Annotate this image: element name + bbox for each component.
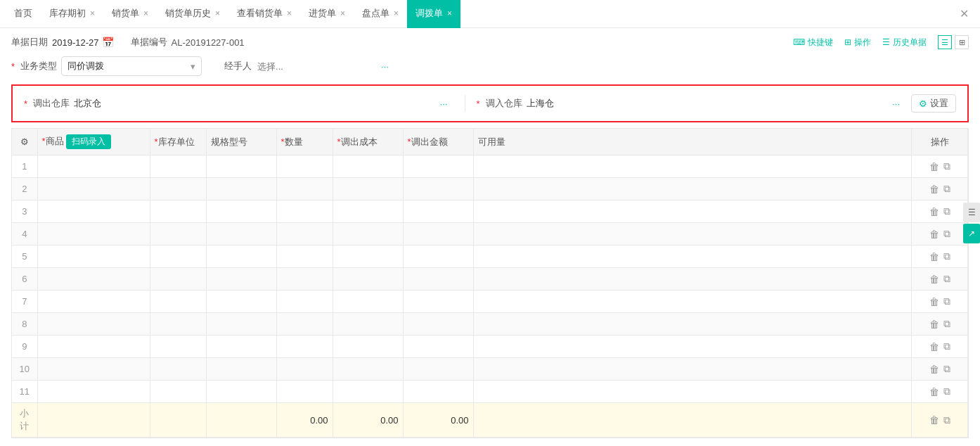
copy-icon[interactable]: ⧉ bbox=[943, 340, 950, 352]
handler-more-button[interactable]: ··· bbox=[381, 61, 389, 72]
cost-cell[interactable] bbox=[333, 336, 403, 358]
unit-cell[interactable] bbox=[150, 200, 206, 223]
product-cell[interactable] bbox=[37, 336, 150, 358]
unit-cell[interactable] bbox=[150, 178, 206, 200]
available-cell[interactable] bbox=[473, 223, 912, 246]
settings-button[interactable]: ⚙ 设置 bbox=[911, 94, 956, 113]
spec-cell[interactable] bbox=[206, 223, 276, 246]
available-cell[interactable] bbox=[473, 336, 912, 358]
operation-button[interactable]: ⊞ 操作 bbox=[844, 37, 871, 49]
doc-date-input[interactable]: 2019-12-27 📅 bbox=[52, 37, 114, 48]
float-export-button[interactable]: ↗ bbox=[963, 224, 980, 243]
cost-cell[interactable] bbox=[333, 291, 403, 313]
spec-cell[interactable] bbox=[206, 358, 276, 381]
product-cell[interactable] bbox=[37, 246, 150, 268]
delete-icon[interactable]: 🗑 bbox=[929, 161, 939, 172]
copy-icon[interactable]: ⧉ bbox=[943, 228, 950, 240]
delete-icon[interactable]: 🗑 bbox=[929, 341, 939, 352]
qty-cell[interactable] bbox=[276, 291, 333, 313]
qty-cell[interactable] bbox=[276, 381, 333, 403]
amount-cell[interactable] bbox=[403, 223, 473, 246]
scan-button[interactable]: 扫码录入 bbox=[66, 134, 111, 149]
qty-cell[interactable] bbox=[276, 155, 333, 178]
tab-inventory-init[interactable]: 库存期初 × bbox=[41, 0, 103, 28]
col-settings[interactable]: ⚙ bbox=[12, 129, 37, 155]
product-cell[interactable] bbox=[37, 178, 150, 200]
available-cell[interactable] bbox=[473, 313, 912, 336]
product-cell[interactable] bbox=[37, 155, 150, 178]
copy-icon[interactable]: ⧉ bbox=[943, 205, 950, 217]
unit-cell[interactable] bbox=[150, 246, 206, 268]
delete-icon[interactable]: 🗑 bbox=[929, 364, 939, 375]
copy-icon[interactable]: ⧉ bbox=[943, 318, 950, 330]
amount-cell[interactable] bbox=[403, 268, 473, 291]
delete-icon[interactable]: 🗑 bbox=[929, 251, 939, 262]
amount-cell[interactable] bbox=[403, 200, 473, 223]
product-cell[interactable] bbox=[37, 223, 150, 246]
available-cell[interactable] bbox=[473, 268, 912, 291]
amount-cell[interactable] bbox=[403, 358, 473, 381]
spec-cell[interactable] bbox=[206, 246, 276, 268]
cost-cell[interactable] bbox=[333, 223, 403, 246]
qty-cell[interactable] bbox=[276, 223, 333, 246]
spec-cell[interactable] bbox=[206, 336, 276, 358]
delete-icon[interactable]: 🗑 bbox=[929, 274, 939, 285]
available-cell[interactable] bbox=[473, 246, 912, 268]
qty-cell[interactable] bbox=[276, 336, 333, 358]
spec-cell[interactable] bbox=[206, 155, 276, 178]
copy-icon[interactable]: ⧉ bbox=[943, 363, 950, 375]
unit-cell[interactable] bbox=[150, 155, 206, 178]
cost-cell[interactable] bbox=[333, 200, 403, 223]
spec-cell[interactable] bbox=[206, 178, 276, 200]
warehouse-in-more[interactable]: ··· bbox=[886, 98, 905, 109]
unit-cell[interactable] bbox=[150, 291, 206, 313]
delete-icon[interactable]: 🗑 bbox=[929, 229, 939, 240]
biz-type-select[interactable]: 同价调拨 ▾ bbox=[61, 56, 202, 76]
tab-sales-order[interactable]: 销货单 × bbox=[103, 0, 157, 28]
product-cell[interactable] bbox=[37, 291, 150, 313]
delete-icon[interactable]: 🗑 bbox=[929, 319, 939, 330]
tab-close-sales-history[interactable]: × bbox=[215, 8, 220, 18]
layout-icon-list[interactable]: ☰ bbox=[938, 35, 952, 49]
available-cell[interactable] bbox=[473, 155, 912, 178]
subtotal-copy-icon[interactable]: ⧉ bbox=[943, 414, 950, 426]
cost-cell[interactable] bbox=[333, 268, 403, 291]
tab-sales-history[interactable]: 销货单历史 × bbox=[157, 0, 228, 28]
delete-icon[interactable]: 🗑 bbox=[929, 296, 939, 307]
unit-cell[interactable] bbox=[150, 313, 206, 336]
delete-icon[interactable]: 🗑 bbox=[929, 206, 939, 217]
tab-close-sales-order[interactable]: × bbox=[143, 8, 148, 18]
spec-cell[interactable] bbox=[206, 313, 276, 336]
qty-cell[interactable] bbox=[276, 200, 333, 223]
spec-cell[interactable] bbox=[206, 291, 276, 313]
shortcut-button[interactable]: ⌨ 快捷键 bbox=[793, 37, 833, 49]
amount-cell[interactable] bbox=[403, 336, 473, 358]
qty-cell[interactable] bbox=[276, 178, 333, 200]
available-cell[interactable] bbox=[473, 358, 912, 381]
cost-cell[interactable] bbox=[333, 381, 403, 403]
available-cell[interactable] bbox=[473, 178, 912, 200]
tab-close-view-sales[interactable]: × bbox=[287, 8, 292, 18]
qty-cell[interactable] bbox=[276, 313, 333, 336]
copy-icon[interactable]: ⧉ bbox=[943, 386, 950, 397]
product-cell[interactable] bbox=[37, 381, 150, 403]
product-cell[interactable] bbox=[37, 358, 150, 381]
copy-icon[interactable]: ⧉ bbox=[943, 183, 950, 195]
qty-cell[interactable] bbox=[276, 268, 333, 291]
available-cell[interactable] bbox=[473, 200, 912, 223]
spec-cell[interactable] bbox=[206, 200, 276, 223]
unit-cell[interactable] bbox=[150, 358, 206, 381]
cost-cell[interactable] bbox=[333, 246, 403, 268]
spec-cell[interactable] bbox=[206, 268, 276, 291]
cost-cell[interactable] bbox=[333, 155, 403, 178]
amount-cell[interactable] bbox=[403, 155, 473, 178]
subtotal-delete-icon[interactable]: 🗑 bbox=[929, 414, 939, 426]
copy-icon[interactable]: ⧉ bbox=[943, 273, 950, 285]
tab-close-inventory-init[interactable]: × bbox=[90, 8, 95, 18]
unit-cell[interactable] bbox=[150, 336, 206, 358]
available-cell[interactable] bbox=[473, 381, 912, 403]
amount-cell[interactable] bbox=[403, 381, 473, 403]
available-cell[interactable] bbox=[473, 291, 912, 313]
cost-cell[interactable] bbox=[333, 313, 403, 336]
product-cell[interactable] bbox=[37, 268, 150, 291]
